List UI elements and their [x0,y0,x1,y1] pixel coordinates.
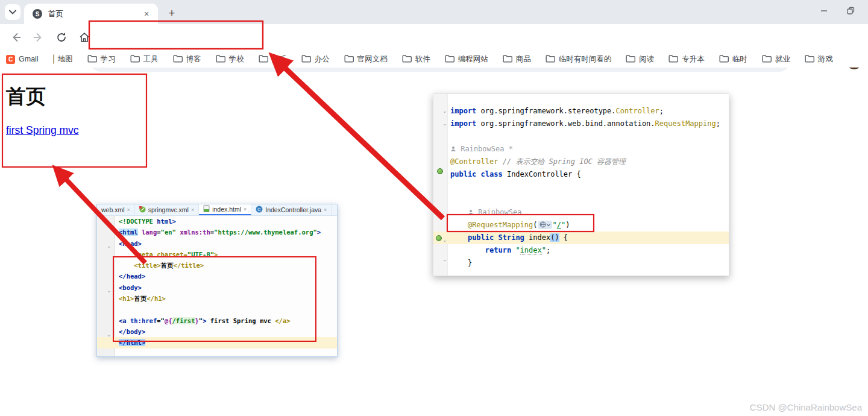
spring-bean-icon[interactable] [437,168,443,174]
html-file-icon [203,205,210,213]
bookmark-item[interactable]: 编程网站 [445,54,488,65]
code-line: public class IndexController { [433,168,729,181]
fold-icon[interactable]: ⌄ [442,121,447,127]
bookmarks-bar: CGmail地图学习工具博客学校娱乐办公官网文档软件编程网站商品临时有时间看的阅… [0,51,868,68]
editor-code-area[interactable]: import org.springframework.stereotype.Co… [433,94,729,276]
folder-icon [259,54,268,65]
code-line: <h1>首页</h1> [97,293,337,304]
close-icon[interactable]: × [191,207,194,213]
folder-icon [445,54,454,65]
bookmark-label: 商品 [516,54,531,65]
bookmark-item[interactable]: 阅读 [626,54,654,65]
bookmark-item[interactable]: 专升本 [668,54,705,65]
fold-icon[interactable]: ⌃ [442,260,447,265]
author-icon [450,146,456,152]
bookmark-label: 软件 [415,54,430,65]
tab-list-chevron-button[interactable] [5,4,20,20]
folder-icon [762,54,772,65]
code-line [433,130,729,143]
bookmark-label: 工具 [143,54,159,65]
ide-window-index-html: web.xml×springmvc.xml×index.html×CIndexC… [96,204,338,357]
bookmark-label: 就业 [775,54,790,65]
bookmark-label: 游戏 [818,54,833,65]
close-icon[interactable]: × [244,206,247,212]
forward-icon[interactable] [31,30,46,45]
bookmark-label: 官网文档 [357,54,388,65]
editor-tab[interactable]: web.xml× [97,204,135,215]
bookmark-item[interactable]: 官网文档 [344,54,388,65]
code-line: <head> [97,238,337,249]
bookmark-item[interactable]: 娱乐 [259,54,287,65]
bookmark-item[interactable]: 工具 [130,54,159,65]
close-icon[interactable]: × [127,207,130,213]
bookmark-item[interactable]: 临时 [719,54,747,65]
bookmark-item[interactable]: 办公 [301,54,330,65]
minimize-icon[interactable] [820,7,828,17]
code-line [433,194,729,206]
code-line: public String index() { [433,232,729,244]
editor-tab[interactable]: index.html× [199,204,251,215]
editor-tab-label: springmvc.xml [148,206,189,213]
code-line: return "index"; [433,244,729,257]
reload-icon[interactable] [54,30,69,45]
folder-icon [546,54,555,65]
ide-window-index-controller: import org.springframework.stereotype.Co… [433,93,729,276]
folder-icon [87,54,97,65]
code-line [433,181,729,194]
svg-text:C: C [258,207,262,212]
bookmark-item[interactable]: 学习 [87,54,116,65]
spring-file-icon [139,206,146,214]
first-spring-mvc-link[interactable]: first Spring mvc [6,124,79,137]
folder-icon [130,54,140,65]
close-tab-icon[interactable]: × [141,8,152,19]
fold-icon[interactable]: ⌄ [442,109,447,114]
bookmark-item[interactable]: 游戏 [805,54,833,65]
bookmark-item[interactable]: 地图 [53,54,73,65]
code-line: @RequestMapping("/") [433,219,729,232]
bookmark-item[interactable]: 临时有时间看的 [546,54,612,65]
bookmark-item[interactable]: 博客 [173,54,201,65]
folder-icon [805,54,814,65]
bookmark-item[interactable]: 就业 [762,54,790,65]
folder-icon [173,54,183,65]
bookmark-item[interactable]: CGmail [6,55,39,64]
bookmark-label: 学习 [101,54,116,65]
bookmark-label: 学校 [229,54,244,65]
new-tab-button[interactable]: + [164,5,180,21]
editor-tab-bar: web.xml×springmvc.xml×index.html×CIndexC… [97,204,337,216]
screenshot-root: S 首页 × + ht [0,0,868,416]
code-line [97,304,337,315]
editor-tab[interactable]: CIndexController.java× [251,204,332,215]
editor-code-area[interactable]: <!DOCTYPE html><html lang="en" xmlns:th=… [97,216,337,356]
bookmark-item[interactable]: 学校 [216,54,244,65]
code-line: import org.springframework.stereotype.Co… [433,105,729,118]
editor-tab-label: index.html [212,206,241,213]
tab-strip: S 首页 × + [0,0,868,24]
author-icon [468,209,474,215]
bookmark-label: 专升本 [682,54,705,65]
spring-bean-icon[interactable] [436,235,442,241]
fold-icon[interactable]: ⌄ [442,238,447,243]
tab-title: 首页 [48,9,141,19]
java-file-icon: C [256,206,263,214]
browser-tab[interactable]: S 首页 × [24,4,158,24]
code-line: <!DOCTYPE html> [97,216,337,227]
window-controls [820,0,868,24]
back-icon[interactable] [8,30,23,45]
folder-icon [301,54,311,65]
code-line: RainbowSea [433,206,729,219]
editor-tab[interactable]: springmvc.xml× [135,204,199,215]
bookmark-label: 编程网站 [458,54,488,65]
bookmark-item[interactable]: 软件 [402,54,430,65]
close-icon[interactable]: × [324,207,327,213]
restore-icon[interactable] [846,7,855,17]
home-icon[interactable] [77,30,92,45]
bookmark-label: 博客 [186,54,201,65]
code-line: @Controller // 表示交给 Spring IOC 容器管理 [433,156,729,168]
bookmark-label: 临时有时间看的 [559,54,612,65]
folder-icon [668,54,678,65]
page-title: 首页 [6,83,46,110]
bookmark-label: 阅读 [639,54,654,65]
folder-icon [344,54,354,65]
bookmark-item[interactable]: 商品 [503,54,531,65]
